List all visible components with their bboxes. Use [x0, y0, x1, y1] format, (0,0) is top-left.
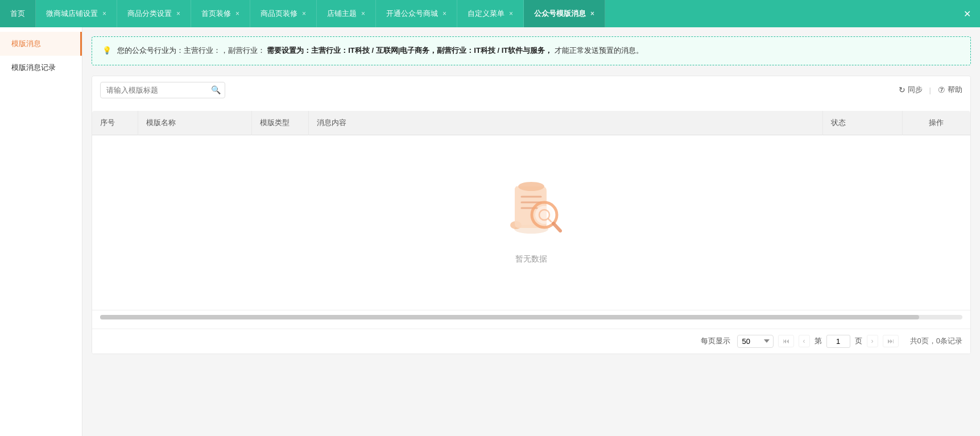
- tab-homepage-decor[interactable]: 首页装修 ×: [191, 0, 250, 27]
- scrollbar-area: [92, 310, 970, 329]
- bulb-icon: 💡: [102, 46, 111, 55]
- next-page-button[interactable]: ›: [867, 335, 878, 347]
- close-tab-weshop-settings[interactable]: ×: [102, 10, 106, 18]
- tab-custom-menu[interactable]: 自定义菜单 ×: [457, 0, 524, 27]
- empty-state-row: 暂无数据: [92, 135, 970, 310]
- col-header-index: 序号: [92, 111, 138, 135]
- col-header-content: 消息内容: [308, 111, 822, 135]
- page-size-select[interactable]: 50 10 20 100: [737, 335, 774, 348]
- help-button[interactable]: ⑦ 帮助: [938, 85, 962, 95]
- close-all-tabs-button[interactable]: ✕: [954, 0, 980, 27]
- data-table: 序号 模版名称 模版类型 消息内容 状态: [92, 111, 970, 310]
- svg-line-8: [553, 223, 560, 231]
- table-body: 暂无数据: [92, 135, 970, 310]
- page-number-input[interactable]: [826, 335, 850, 348]
- tab-open-mall[interactable]: 开通公众号商城 ×: [376, 0, 457, 27]
- divider: |: [929, 86, 931, 94]
- tab-template-message[interactable]: 公众号模版消息 ×: [524, 0, 605, 27]
- sync-icon: ↻: [899, 85, 905, 94]
- pagination-row: 每页显示 50 10 20 100 ⏮ ‹ 第 页 › ⏭ 共0页，0条记录: [92, 329, 970, 354]
- empty-text: 暂无数据: [104, 254, 959, 264]
- search-input-wrap: 🔍: [100, 82, 225, 98]
- tab-product-page-decor[interactable]: 商品页装修 ×: [250, 0, 317, 27]
- sync-button[interactable]: ↻ 同步: [899, 85, 923, 95]
- tab-home[interactable]: 首页: [0, 0, 36, 27]
- close-tab-product-category[interactable]: ×: [176, 10, 180, 18]
- empty-state: 暂无数据: [92, 135, 970, 310]
- page-size-label: 每页显示: [701, 336, 730, 346]
- prev-page-button[interactable]: ‹: [799, 335, 810, 347]
- close-tab-custom-menu[interactable]: ×: [509, 10, 513, 18]
- search-icon[interactable]: 🔍: [211, 85, 221, 94]
- search-input[interactable]: [100, 82, 225, 98]
- page-di-label: 第: [814, 336, 822, 346]
- tab-weshop-settings[interactable]: 微商城店铺设置 ×: [36, 0, 117, 27]
- sidebar: 模版消息 模版消息记录: [0, 27, 82, 436]
- col-header-name: 模版名称: [138, 111, 251, 135]
- alert-banner: 💡 您的公众号行业为：主营行业：，副营行业： 需要设置为：主营行业：IT科技 /…: [92, 36, 971, 65]
- close-tab-shop-theme[interactable]: ×: [361, 10, 365, 18]
- tab-product-category[interactable]: 商品分类设置 ×: [117, 0, 191, 27]
- close-tab-template-message[interactable]: ×: [590, 10, 594, 18]
- sidebar-item-template-msg[interactable]: 模版消息: [0, 32, 82, 56]
- table-header-row: 序号 模版名称 模版类型 消息内容 状态: [92, 111, 970, 135]
- main-layout: 模版消息 模版消息记录 💡 您的公众号行业为：主营行业：，副营行业： 需要设置为…: [0, 27, 980, 436]
- tab-shop-theme[interactable]: 店铺主题 ×: [317, 0, 376, 27]
- help-icon: ⑦: [938, 85, 945, 94]
- empty-illustration: [494, 169, 568, 243]
- close-tab-product-page-decor[interactable]: ×: [302, 10, 306, 18]
- last-page-button[interactable]: ⏭: [883, 335, 899, 347]
- total-info: 共0页，0条记录: [910, 336, 962, 346]
- search-row: 🔍 ↻ 同步 | ⑦ 帮助: [92, 76, 970, 104]
- col-header-type: 模版类型: [251, 111, 308, 135]
- col-header-status: 状态: [822, 111, 902, 135]
- first-page-button[interactable]: ⏮: [778, 335, 794, 347]
- empty-icon-wrap: [104, 169, 959, 245]
- sidebar-item-template-msg-record[interactable]: 模版消息记录: [0, 56, 82, 80]
- scrollbar-thumb: [100, 315, 919, 319]
- svg-point-5: [518, 182, 544, 191]
- content-area: 💡 您的公众号行业为：主营行业：，副营行业： 需要设置为：主营行业：IT科技 /…: [82, 27, 980, 436]
- top-nav: 首页 微商城店铺设置 × 商品分类设置 × 首页装修 × 商品页装修 × 店铺主…: [0, 0, 980, 27]
- close-tab-open-mall[interactable]: ×: [443, 10, 446, 18]
- col-header-action: 操作: [902, 111, 970, 135]
- search-actions: ↻ 同步 | ⑦ 帮助: [899, 85, 962, 95]
- page-word: 页: [855, 336, 862, 346]
- close-tab-homepage-decor[interactable]: ×: [235, 10, 239, 18]
- fake-scrollbar[interactable]: [100, 315, 962, 319]
